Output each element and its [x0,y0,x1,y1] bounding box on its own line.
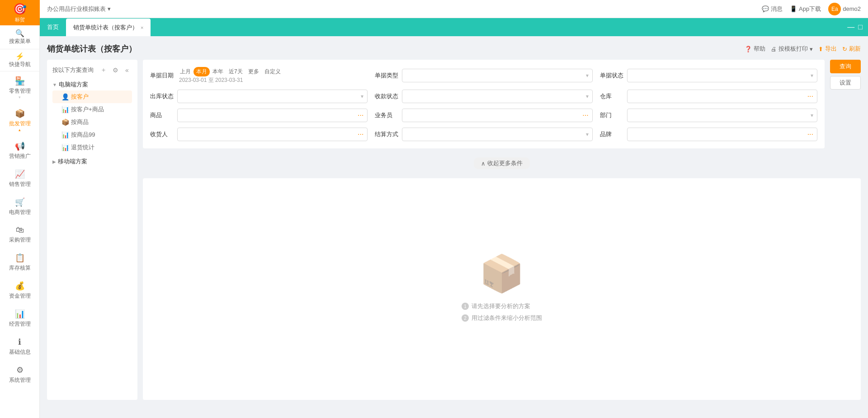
date-tabs: 上月 本月 本年 近7天 更多 自定义 [177,67,368,76]
sidebar-item-operation[interactable]: 📊 经营管理 [0,304,39,332]
topbar-message[interactable]: 💬 消息 [762,5,783,13]
filter-dept-field: 部门 ▾ [600,109,817,122]
tabbar-maximize-btn[interactable]: □ [858,23,863,31]
export-icon: ⬆ [818,46,823,52]
brand-dots-icon[interactable]: ··· [807,130,813,138]
scheme-item-goods[interactable]: 📦 按商品 [52,116,132,128]
scheme-desktop-header[interactable]: ▼ 电脑端方案 [52,79,132,90]
order-type-input[interactable]: ▾ [402,69,592,82]
scheme-actions: ＋ ⚙ « [99,65,132,75]
receiver-dots-icon[interactable]: ··· [358,130,363,138]
warehouse-input[interactable]: ··· [627,90,817,103]
brand-label: 品牌 [600,130,623,138]
scheme-mobile-header[interactable]: ▶ 移动端方案 [52,156,132,167]
empty-hint-2: 2 用过滤条件来缩小分析范围 [462,314,542,322]
payment-label: 结算方式 [375,130,398,138]
scheme-mobile-group: ▶ 移动端方案 [52,156,132,167]
out-status-input[interactable]: ▾ [177,90,368,103]
sidebar-item-search[interactable]: 🔍 搜索菜单 [0,25,39,49]
scheme-collapse-icon: « [125,66,129,74]
receiver-input[interactable]: ··· [177,128,368,141]
sidebar-item-quicknav[interactable]: ⚡ 快捷导航 [0,49,39,71]
topbar-left: 办公用品行业模拟账表 ▾ [47,5,111,13]
filter-goods-field: 商品 ··· [150,109,368,122]
sidebar-item-system[interactable]: ⚙ 系统管理 [0,361,39,389]
sidebar-item-wholesale[interactable]: 📦 批发管理 ▴ [0,104,39,137]
scheme-collapse-btn[interactable]: « [122,65,132,75]
filter-salesperson-field: 业务员 ··· [375,109,592,122]
sidebar-item-marketing[interactable]: 📢 营销推广 [0,137,39,165]
page-header: 销货单统计表（按客户） ❓ 帮助 🖨 按模板打印 ▾ ⬆ 导出 ↻ 刷新 [47,43,861,54]
sidebar-item-purchase[interactable]: 🛍 采购管理 [0,221,39,248]
filter-receiver-field: 收货人 ··· [150,128,368,141]
sidebar-item-ecommerce[interactable]: 🛒 电商管理 [0,193,39,221]
scheme-add-btn[interactable]: ＋ [99,65,108,75]
finance-icon: 💰 [15,281,25,291]
scheme-item-customer-goods[interactable]: 📊 按客户+商品 [52,103,132,116]
payment-input[interactable]: ▾ [402,128,592,141]
receipt-status-input[interactable]: ▾ [402,90,592,103]
right-panel-actions: 查询 设置 [830,60,861,90]
collapse-button[interactable]: ∧ 收起更多条件 [474,157,530,169]
goods-label: 商品 [150,111,174,119]
filter-out-status-field: 出库状态 ▾ [150,90,368,103]
user-avatar: Ea [828,3,841,15]
date-tab-thisyear[interactable]: 本年 [210,67,226,76]
sidebar-item-inventory[interactable]: 📋 库存核算 [0,248,39,276]
topbar-user[interactable]: Ea demo2 [828,3,861,15]
filter-payment-field: 结算方式 ▾ [375,128,592,141]
help-icon: ❓ [745,46,752,52]
sidebar-item-finance[interactable]: 💰 资金管理 [0,276,39,304]
scheme-item-return[interactable]: 📊 退货统计 [52,141,132,154]
hint-num-1: 1 [462,303,469,310]
sidebar-item-basic[interactable]: ℹ 基础信息 [0,332,39,361]
export-button[interactable]: ⬆ 导出 [818,45,837,53]
dept-label: 部门 [600,111,623,119]
receipt-status-label: 收款状态 [375,92,398,100]
sidebar-item-sales[interactable]: 📈 销售管理 [0,165,39,193]
help-button[interactable]: ❓ 帮助 [745,45,765,53]
order-status-input[interactable]: ▾ [627,69,817,82]
salesperson-input[interactable]: ··· [402,109,592,122]
hint-num-2: 2 [462,314,469,322]
dept-input[interactable]: ▾ [627,109,817,122]
sidebar-item-retail[interactable]: 🏪 零售管理 ▾ [0,71,39,104]
date-tab-lastmonth[interactable]: 上月 [177,67,193,76]
query-button[interactable]: 查询 [830,60,861,73]
brand-input[interactable]: ··· [627,128,817,141]
date-tab-thismonth[interactable]: 本月 [193,67,210,76]
scheme-panel: 按以下方案查询 ＋ ⚙ « [47,60,137,400]
marketing-icon: 📢 [15,141,25,151]
system-icon: ⚙ [16,365,24,375]
warehouse-dots-icon[interactable]: ··· [807,92,813,100]
sidebar: 🎯 标贺 🔍 搜索菜单 ⚡ 快捷导航 🏪 零售管理 ▾ 📦 批发管理 ▴ 📢 营… [0,0,40,418]
date-tab-7days[interactable]: 近7天 [226,67,245,76]
scheme-item-customer[interactable]: 👤 按客户 [52,90,132,103]
settings-button[interactable]: 设置 [830,76,861,90]
filter-warehouse-field: 仓库 ··· [600,90,817,103]
goods-dots-icon[interactable]: ··· [358,111,363,119]
tab-sales-stats[interactable]: 销货单统计表（按客户） × [66,19,151,37]
tab-close-icon[interactable]: × [141,25,143,30]
right-content: 单据日期 上月 本月 本年 近7天 更多 自定义 [143,60,861,400]
goods-input[interactable]: ··· [177,109,368,122]
filter-row-3: 商品 ··· 业务员 ··· [150,109,817,122]
scheme-settings-btn[interactable]: ⚙ [110,65,120,75]
app-logo: 🎯 标贺 [0,0,40,25]
date-tab-more[interactable]: 更多 [245,67,262,76]
receipt-status-dropdown-icon: ▾ [586,93,589,100]
date-tab-custom[interactable]: 自定义 [262,67,283,76]
filter-order-type-field: 单据类型 ▾ [375,69,592,82]
tab-home[interactable]: 首页 [40,18,66,36]
salesperson-dots-icon[interactable]: ··· [582,111,588,119]
order-type-label: 单据类型 [375,71,398,80]
print-button[interactable]: 🖨 按模板打印 ▾ [771,45,813,53]
topbar-app-download[interactable]: 📱 App下载 [790,5,821,13]
tabbar-minimize-btn[interactable]: — [847,23,854,31]
order-status-dropdown-icon: ▾ [811,72,813,79]
scheme-item-goods99[interactable]: 📊 按商品99 [52,128,132,141]
basic-icon: ℹ [18,337,21,347]
refresh-button[interactable]: ↻ 刷新 [842,45,861,53]
order-type-dropdown-icon: ▾ [586,72,589,79]
topbar-title[interactable]: 办公用品行业模拟账表 ▾ [47,5,111,13]
